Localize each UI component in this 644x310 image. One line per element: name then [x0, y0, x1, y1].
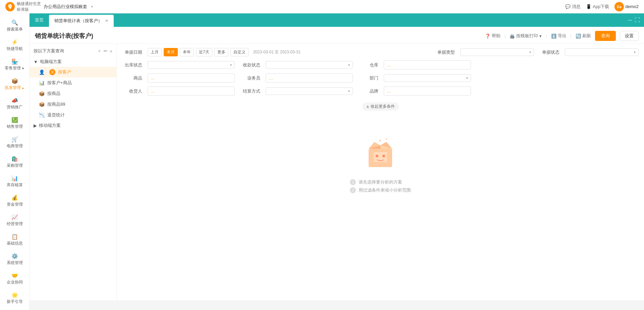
search-icon: 🔍 — [0, 19, 29, 26]
tab-close-btn[interactable]: ✕ — [105, 18, 108, 23]
by-customer-label: 按客户 — [58, 69, 71, 75]
user-area[interactable]: Ea demo2 — [614, 2, 639, 11]
tab-bar-actions: ─ ⛶ — [628, 17, 644, 23]
custom-btn[interactable]: 自定义 — [230, 48, 249, 56]
top-header: 畅捷通好生意标准版 办公用品行业模拟账套 ▾ 💬 消息 📱 App下载 Ea d… — [0, 0, 644, 13]
tab-home[interactable]: 首页 — [30, 13, 49, 27]
this-year-btn[interactable]: 本年 — [180, 48, 194, 56]
left-panel: 按以下方案查询 ＋ ✏ « — [30, 44, 117, 300]
sidebar-item-quick-nav[interactable]: ⚡ 快捷导航 — [0, 36, 29, 55]
sidebar-item-wholesale[interactable]: 📦 批发管理 ▲ — [0, 74, 29, 94]
print-icon: 🖨️ — [509, 34, 515, 39]
tree-group-mobile-arrow: ▶ — [34, 123, 37, 128]
tree-item-by-customer-goods[interactable]: 📊 按客户+商品 — [30, 78, 116, 88]
doc-type-select[interactable]: ▾ — [460, 48, 534, 56]
out-status-arrow: ▾ — [230, 63, 232, 67]
collapse-icon: ∧ — [366, 104, 369, 109]
tree-group-mobile: ▶ 移动端方案 — [30, 120, 116, 131]
this-month-btn[interactable]: 本月 — [164, 48, 178, 56]
sidebar-item-marketing[interactable]: 📣 营销推广 — [0, 94, 29, 113]
svg-text:✦: ✦ — [379, 139, 381, 143]
tree-item-by-goods99[interactable]: 📦 按商品99 — [30, 99, 116, 110]
recipient-dots: … — [151, 89, 155, 94]
sidebar-item-search[interactable]: 🔍 搜索菜单 — [0, 16, 29, 36]
app-download-btn[interactable]: 📱 App下载 — [586, 4, 609, 10]
tab-minimize-btn[interactable]: ─ — [628, 17, 632, 23]
refresh-btn[interactable]: 🔄 刷新 — [576, 33, 591, 39]
app-title-dropdown[interactable]: ▾ — [91, 5, 93, 8]
template-print-btn[interactable]: 🖨️ 按模板打印 ▾ — [509, 33, 542, 39]
warehouse-label: 仓库 — [358, 62, 378, 68]
sidebar-item-apps[interactable]: 📱 应用中心 — [0, 308, 29, 310]
date-label: 单据日期 — [122, 49, 142, 55]
add-scheme-btn[interactable]: ＋ — [97, 48, 102, 54]
sidebar-item-ecommerce[interactable]: 🛒 电商管理 — [0, 133, 29, 152]
message-btn[interactable]: 💬 消息 — [565, 4, 581, 10]
sidebar-item-retail[interactable]: 🏪 零售管理 ▼ — [0, 55, 29, 74]
export-btn[interactable]: ⬇️ 导出 — [551, 33, 567, 39]
tab-maximize-btn[interactable]: ⛶ — [635, 17, 640, 23]
divider3: | — [571, 34, 572, 39]
tree-group-mobile-header[interactable]: ▶ 移动端方案 — [30, 120, 116, 131]
brand-select[interactable]: … — [384, 87, 471, 96]
warehouse-select[interactable]: … — [384, 60, 471, 69]
sidebar-item-purchase[interactable]: 🛍️ 采购管理 — [0, 152, 29, 172]
message-icon: 💬 — [565, 4, 571, 9]
collapse-label: 收起更多条件 — [371, 104, 395, 109]
last-7-btn[interactable]: 近7天 — [196, 48, 212, 56]
quick-nav-icon: ⚡ — [0, 39, 29, 45]
date-shortcuts: 上月 本月 本年 近7天 更多 自定义 2023-03-01 至 2023-03… — [148, 48, 301, 56]
last-month-btn[interactable]: 上月 — [148, 48, 162, 56]
department-select[interactable]: ▾ — [384, 74, 471, 82]
tree-group-desktop-header[interactable]: ▼ 电脑端方案 — [30, 57, 116, 67]
department-arrow: ▾ — [466, 76, 468, 80]
doc-status-select[interactable]: ▾ — [565, 48, 639, 56]
collapse-btn[interactable]: ∧ 收起更多条件 — [362, 102, 399, 111]
query-btn[interactable]: 查询 — [595, 31, 616, 41]
payment-select[interactable]: ▾ — [266, 87, 353, 95]
settings-btn[interactable]: 设置 — [620, 31, 639, 41]
sidebar-item-finance[interactable]: 💰 资金管理 — [0, 191, 29, 211]
more-btn[interactable]: 更多 — [214, 48, 228, 56]
page-actions: ❓ 帮助 | 🖨️ 按模板打印 ▾ | ⬇️ — [485, 31, 639, 41]
step-1-text: 请先选择要分析的方案 — [359, 179, 402, 185]
system-icon: ⚙️ — [0, 253, 29, 259]
sidebar-item-inventory[interactable]: 📊 库存核算 — [0, 172, 29, 191]
by-goods99-icon: 📦 — [39, 102, 45, 107]
user-avatar: Ea — [614, 2, 624, 11]
header-left: 畅捷通好生意标准版 办公用品行业模拟账套 ▾ — [5, 1, 93, 12]
divider1: | — [504, 34, 505, 39]
date-range: 2023-03-01 至 2023-03-31 — [253, 49, 301, 55]
sidebar-item-guide[interactable]: 🌟 新手引导 — [0, 289, 29, 308]
sidebar-item-system[interactable]: ⚙️ 系统管理 — [0, 250, 29, 269]
tree-group-mobile-label: 移动端方案 — [39, 122, 61, 128]
goods-select[interactable]: … — [148, 73, 235, 83]
sidebar-item-sales[interactable]: 💹 销售管理 — [0, 113, 29, 133]
help-btn[interactable]: ❓ 帮助 — [485, 33, 500, 39]
collapse-bar: ∧ 收起更多条件 — [122, 100, 639, 113]
collapse-panel-btn[interactable]: « — [110, 48, 112, 54]
receipt-status-select[interactable]: ▾ — [266, 61, 353, 69]
sidebar-item-enterprise[interactable]: 🤝 企业协同 — [0, 269, 29, 289]
edit-scheme-btn[interactable]: ✏ — [104, 48, 108, 54]
sidebar-item-basic[interactable]: 📋 基础信息 — [0, 230, 29, 250]
tab-sales-stats[interactable]: 销货单统计表（按客户） ✕ — [49, 15, 114, 27]
out-status-select[interactable]: ▾ — [148, 61, 235, 69]
tree-item-return-stats[interactable]: 📉 退货统计 — [30, 110, 116, 120]
refresh-label: 刷新 — [582, 33, 591, 39]
wholesale-arrow: ▲ — [21, 86, 24, 90]
payment-label: 结算方式 — [240, 88, 260, 94]
retail-icon: 🏪 — [0, 58, 29, 65]
by-goods-icon: 📦 — [39, 91, 45, 96]
out-status-label: 出库状态 — [122, 62, 142, 68]
svg-text:✦: ✦ — [385, 138, 388, 141]
tree-item-by-customer[interactable]: 👤 按 按客户 — [30, 67, 116, 78]
tree-item-by-goods[interactable]: 📦 按商品 — [30, 88, 116, 99]
sidebar: 🔍 搜索菜单 ⚡ 快捷导航 🏪 零售管理 ▼ 📦 批发管理 ▲ 📣 营销推广 💹 — [0, 13, 30, 310]
sidebar-item-operations[interactable]: 📈 经营管理 — [0, 211, 29, 230]
recipient-select[interactable]: … — [148, 87, 235, 96]
salesperson-select[interactable]: … — [266, 73, 353, 83]
date-control: 上月 本月 本年 近7天 更多 自定义 2023-03-01 至 2023-03… — [148, 48, 429, 56]
basic-icon: 📋 — [0, 234, 29, 240]
by-customer-goods-label: 按客户+商品 — [47, 80, 72, 86]
